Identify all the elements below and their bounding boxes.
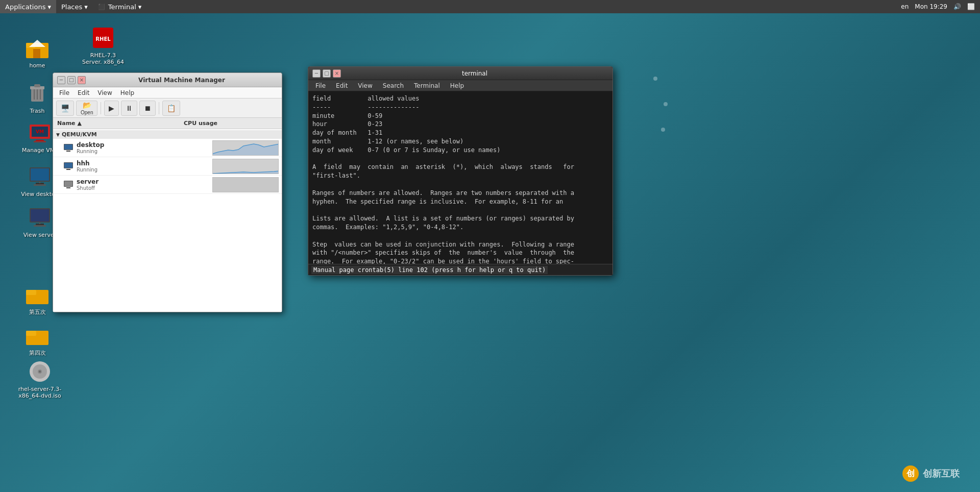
svg-rect-20	[34, 184, 46, 186]
svg-point-34	[39, 371, 41, 373]
view-desktop-icon	[28, 164, 52, 189]
vm-status-desktop: Running	[77, 149, 212, 154]
view-server-icon	[28, 205, 52, 230]
terminal-menu-help[interactable]: Help	[445, 80, 469, 91]
new-vm-icon: 🖥️	[61, 104, 69, 112]
vmm-minimize-btn[interactable]: −	[57, 76, 65, 84]
battery-icon: ⬜	[967, 3, 975, 10]
terminal-menu-search[interactable]: Search	[378, 80, 409, 91]
vmm-menu-file[interactable]: File	[55, 87, 74, 98]
open-icon: 📂	[83, 101, 91, 109]
vm-group-name: QEMU/KVM	[62, 131, 97, 138]
vm-col-sort-icon: ▲	[78, 120, 82, 127]
run-icon: ▶	[109, 104, 114, 112]
vmm-menu-edit[interactable]: Edit	[74, 87, 93, 98]
vmm-maximize-btn[interactable]: □	[67, 76, 76, 84]
toolbar-separator-2	[159, 102, 159, 114]
svg-text:RHEL: RHEL	[95, 36, 111, 42]
fifth-folder-icon	[25, 282, 50, 306]
terminal-content[interactable]: field allowed values ----- -------------…	[308, 91, 612, 264]
terminal-menu[interactable]: ⬛ Terminal ▾	[93, 0, 146, 13]
vm-row-hhh[interactable]: hhh Running	[53, 157, 282, 176]
locale-indicator[interactable]: en	[901, 3, 909, 10]
volume-icon[interactable]: 🔊	[953, 3, 961, 10]
terminal-title: terminal	[341, 70, 608, 77]
terminal-arrow: ▾	[138, 3, 142, 11]
home-label: home	[16, 62, 58, 69]
rhel-label: RHEL-7.3 Server. x86_64	[80, 52, 127, 65]
desktop: Applications ▾ Places ▾ ⬛ Terminal ▾ en …	[0, 0, 980, 492]
fifth-label: 第五次	[16, 308, 58, 316]
terminal-maximize-btn[interactable]: □	[323, 69, 331, 78]
places-menu[interactable]: Places ▾	[56, 0, 93, 13]
svg-rect-46	[213, 178, 279, 192]
svg-rect-23	[31, 209, 49, 222]
svg-rect-41	[66, 169, 70, 170]
terminal-menubar: File Edit View Search Terminal Help	[308, 80, 612, 91]
terminal-label: Terminal	[108, 3, 136, 11]
trash-icon	[25, 81, 50, 106]
deco-dot-3	[661, 128, 665, 132]
deco-dot-1	[653, 77, 657, 81]
terminal-window-controls: − □ ×	[312, 69, 341, 78]
svg-rect-37	[66, 151, 70, 152]
vmm-new-vm-btn[interactable]: 🖥️	[56, 101, 74, 116]
desktop-icon-dvd[interactable]: rhel-server-7.3-x86_64-dvd.iso	[14, 357, 65, 401]
places-label: Places	[61, 3, 82, 11]
terminal-menu-terminal[interactable]: Terminal	[409, 80, 445, 91]
stop-icon: ⏹	[144, 104, 151, 112]
applications-arrow: ▾	[47, 3, 51, 11]
desktop-icon-fourth[interactable]: 第四次	[14, 321, 60, 359]
pause-icon: ⏸	[126, 104, 133, 112]
vm-row-icon-server	[63, 180, 74, 189]
dvd-label: rhel-server-7.3-x86_64-dvd.iso	[16, 386, 63, 399]
deco-dot-2	[664, 102, 668, 106]
vm-info-desktop: desktop Running	[77, 141, 212, 154]
vmm-titlebar: − □ × Virtual Machine Manager	[53, 73, 282, 87]
trash-label: Trash	[16, 108, 58, 114]
svg-rect-44	[64, 181, 72, 186]
brand-icon: 创	[902, 465, 919, 482]
svg-rect-40	[64, 163, 72, 168]
vm-name-hhh: hhh	[77, 160, 212, 167]
svg-rect-30	[26, 331, 36, 336]
svg-rect-42	[213, 159, 278, 174]
desktop-icon-rhel[interactable]: RHEL RHEL-7.3 Server. x86_64	[78, 23, 129, 67]
vm-row-desktop[interactable]: desktop Running	[53, 139, 282, 157]
applications-menu[interactable]: Applications ▾	[0, 0, 56, 13]
vmm-window: − □ × Virtual Machine Manager File Edit …	[53, 72, 282, 312]
terminal-statusbar: Manual page crontab(5) line 102 (press h…	[308, 264, 612, 275]
terminal-close-btn[interactable]: ×	[333, 69, 341, 78]
datetime-display: Mon 19:29	[915, 3, 947, 10]
brand-logo: 创 创新互联	[902, 465, 960, 482]
open-label: Open	[81, 110, 93, 115]
applications-label: Applications	[5, 3, 45, 11]
svg-text:VM: VM	[36, 129, 44, 134]
vmm-stop-btn[interactable]: ⏹	[139, 101, 156, 116]
vm-group-qemu: ▼ QEMU/KVM desktop Running	[53, 129, 282, 195]
vm-info-server: server Shutoff	[77, 178, 212, 191]
desktop-icon-home[interactable]: home	[14, 34, 60, 71]
manage-vms-icon: VM	[28, 120, 52, 145]
fourth-label: 第四次	[16, 349, 58, 357]
terminal-menu-view[interactable]: View	[353, 80, 377, 91]
vmm-snapshots-btn[interactable]: 📋	[162, 101, 180, 116]
terminal-menu-file[interactable]: File	[310, 80, 331, 91]
vmm-run-btn[interactable]: ▶	[104, 101, 119, 116]
svg-rect-25	[34, 225, 46, 227]
terminal-icon: ⬛	[98, 4, 105, 10]
vmm-menu-help[interactable]: Help	[116, 87, 138, 98]
vm-row-icon-desktop	[63, 143, 74, 153]
vm-col-name-text: Name	[57, 120, 76, 127]
vmm-content: Name ▲ CPU usage ▼ QEMU/KVM	[53, 118, 282, 312]
vm-row-server[interactable]: server Shutoff	[53, 176, 282, 194]
vmm-menu-view[interactable]: View	[93, 87, 116, 98]
svg-rect-36	[64, 144, 72, 150]
vm-group-qemu-header[interactable]: ▼ QEMU/KVM	[53, 130, 282, 139]
vmm-open-btn[interactable]: 📂 Open	[76, 101, 97, 116]
vmm-close-btn[interactable]: ×	[78, 76, 86, 84]
places-arrow: ▾	[84, 3, 88, 11]
terminal-minimize-btn[interactable]: −	[312, 69, 321, 78]
terminal-menu-edit[interactable]: Edit	[331, 80, 353, 91]
vmm-pause-btn[interactable]: ⏸	[121, 101, 137, 116]
